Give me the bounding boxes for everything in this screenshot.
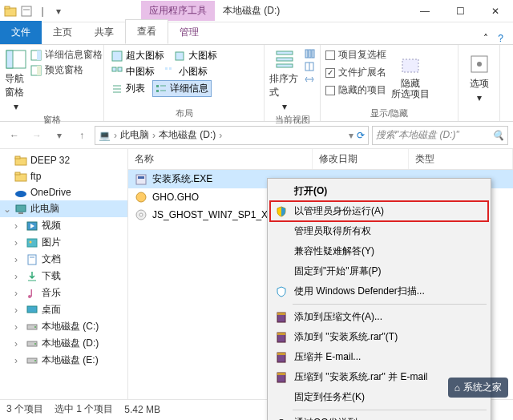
svg-rect-51 — [27, 306, 37, 313]
svg-rect-12 — [112, 67, 116, 71]
svg-rect-7 — [37, 50, 41, 60]
back-button[interactable]: ← — [5, 126, 24, 145]
defender-icon — [275, 285, 288, 298]
nav-item[interactable]: ftp — [0, 168, 127, 184]
svg-rect-66 — [277, 333, 285, 335]
svg-rect-14 — [165, 67, 168, 70]
context-menu-item[interactable]: 压缩并 E-mail... — [270, 347, 488, 367]
navigation-pane-button[interactable]: 导航窗格 ▾ — [5, 48, 27, 112]
view-large[interactable]: 大图标 — [172, 48, 220, 63]
pictures-icon — [26, 236, 38, 249]
svg-rect-36 — [15, 156, 20, 159]
size-columns-icon[interactable] — [304, 74, 315, 85]
svg-point-53 — [34, 326, 36, 328]
svg-rect-32 — [402, 59, 418, 72]
nav-item[interactable]: ⌄此电脑 — [0, 200, 127, 217]
breadcrumb[interactable]: 💻 › 此电脑 › 本地磁盘 (D:) › ▾ ⟳ — [95, 126, 369, 145]
nav-item[interactable]: ›本地磁盘 (E:) — [0, 352, 127, 369]
minimize-button[interactable]: ― — [407, 0, 442, 22]
hide-selected-button[interactable]: 隐藏 所选项目 — [390, 48, 431, 106]
view-medium[interactable]: 中图标 — [109, 64, 157, 79]
hidden-items-toggle[interactable]: 隐藏的项目 — [325, 83, 386, 97]
chevron-down-icon: ▾ — [282, 101, 287, 112]
options-button[interactable]: 选项▾ — [463, 48, 495, 108]
svg-rect-15 — [169, 67, 172, 70]
svg-rect-41 — [18, 212, 23, 214]
column-name[interactable]: 名称 — [128, 149, 313, 169]
nav-item[interactable]: ›图片 — [0, 234, 127, 251]
nav-item[interactable]: ›下载 — [0, 268, 127, 285]
column-date[interactable]: 修改日期 — [313, 149, 409, 169]
tab-manage[interactable]: 管理 — [168, 21, 210, 44]
svg-rect-2 — [22, 6, 31, 16]
rar-icon — [275, 371, 288, 384]
svg-rect-27 — [309, 50, 311, 58]
forward-button[interactable]: → — [27, 126, 46, 145]
nav-item[interactable]: ›本地磁盘 (D:) — [0, 335, 127, 352]
preview-pane-button[interactable]: 预览窗格 — [30, 63, 103, 77]
nav-item[interactable]: ›音乐 — [0, 285, 127, 301]
svg-rect-38 — [15, 172, 20, 175]
svg-point-49 — [28, 295, 31, 298]
context-menu-item[interactable]: 添加到压缩文件(A)... — [270, 307, 488, 327]
view-extra-large[interactable]: 超大图标 — [109, 48, 167, 63]
tab-view[interactable]: 查看 — [125, 19, 168, 44]
search-input[interactable]: 搜索"本地磁盘 (D:)" 🔍 — [372, 126, 508, 145]
svg-rect-46 — [28, 255, 36, 265]
nav-item[interactable]: ›文档 — [0, 251, 127, 268]
context-menu-item[interactable]: 固定到"开始"屏幕(P) — [270, 261, 488, 281]
context-menu-item[interactable]: 管理员取得所有权 — [270, 221, 488, 241]
details-pane-button[interactable]: 详细信息窗格 — [30, 48, 103, 62]
column-type[interactable]: 类型 — [409, 149, 513, 169]
navigation-pane[interactable]: DEEP 32ftpOneDrive⌄此电脑›视频›图片›文档›下载›音乐›桌面… — [0, 149, 128, 399]
tab-home[interactable]: 主页 — [42, 21, 83, 44]
group-columns-icon[interactable] — [304, 48, 315, 59]
close-button[interactable]: ✕ — [478, 0, 513, 22]
svg-rect-26 — [305, 50, 308, 58]
item-checkboxes-toggle[interactable]: 项目复选框 — [325, 48, 386, 62]
svg-rect-64 — [277, 313, 285, 315]
view-small[interactable]: 小图标 — [162, 64, 210, 79]
status-size: 5.42 MB — [124, 404, 160, 415]
tab-file[interactable]: 文件 — [0, 21, 42, 44]
drive-icon — [26, 321, 38, 333]
nav-item[interactable]: ›本地磁盘 (C:) — [0, 318, 127, 335]
svg-rect-58 — [136, 175, 146, 184]
context-menu-item[interactable]: 添加到 "安装系统.rar"(T) — [270, 327, 488, 347]
recent-button[interactable]: ▾ — [50, 126, 69, 145]
qat-dropdown-icon[interactable]: ▾ — [51, 4, 66, 18]
context-menu-item[interactable]: 使用 Windows Defender扫描... — [270, 281, 488, 301]
file-extensions-toggle[interactable]: ✓文件扩展名 — [325, 66, 386, 79]
context-menu-item[interactable]: 通过QQ发送到▶ — [270, 413, 488, 420]
svg-rect-5 — [6, 50, 13, 68]
qq-icon — [275, 417, 288, 421]
svg-point-34 — [477, 62, 482, 67]
up-button[interactable]: ↑ — [72, 126, 91, 145]
maximize-button[interactable]: ☐ — [442, 0, 478, 22]
view-details[interactable]: 详细信息 — [152, 80, 212, 97]
folder-icon — [14, 170, 27, 183]
context-menu-item[interactable]: 以管理员身份运行(A) — [270, 201, 488, 221]
window-title: 本地磁盘 (D:) — [223, 4, 280, 18]
nav-item[interactable]: OneDrive — [0, 184, 127, 200]
add-columns-icon[interactable] — [304, 61, 315, 72]
desktop-icon — [26, 304, 38, 317]
qat-properties-icon[interactable] — [19, 4, 34, 18]
view-list[interactable]: 列表 — [109, 80, 147, 97]
sort-button[interactable]: 排序方式▾ — [269, 48, 299, 112]
tab-share[interactable]: 共享 — [83, 21, 125, 44]
address-bar: ← → ▾ ↑ 💻 › 此电脑 › 本地磁盘 (D:) › ▾ ⟳ 搜索"本地磁… — [0, 122, 513, 149]
folder-icon — [14, 154, 27, 167]
svg-rect-70 — [277, 373, 285, 375]
gho-icon — [135, 191, 147, 204]
nav-item[interactable]: ›桌面 — [0, 301, 127, 318]
refresh-icon[interactable]: ⟳ — [357, 130, 365, 141]
ribbon-collapse-icon[interactable]: ˄ — [483, 33, 488, 44]
help-icon[interactable]: ? — [498, 33, 503, 44]
nav-item[interactable]: DEEP 32 — [0, 152, 127, 168]
svg-rect-68 — [277, 353, 285, 355]
context-menu-item[interactable]: 兼容性疑难解答(Y) — [270, 241, 488, 261]
context-menu-item[interactable]: 打开(O) — [270, 181, 488, 201]
nav-item[interactable]: ›视频 — [0, 217, 127, 234]
search-icon: 🔍 — [492, 130, 504, 141]
